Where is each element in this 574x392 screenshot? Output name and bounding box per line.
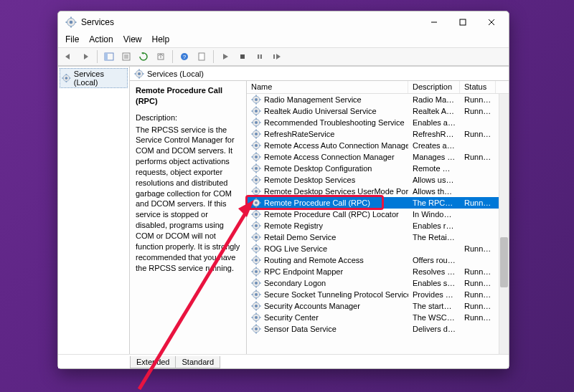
service-icon: [251, 175, 261, 185]
cell-description: The WSCSVC...: [408, 313, 460, 322]
cell-description: Realtek Audi...: [408, 107, 460, 115]
table-row[interactable]: Remote Desktop ServicesAllows users ...: [247, 174, 509, 186]
service-name: RefreshRateService: [264, 130, 334, 138]
service-icon: [251, 118, 261, 128]
cell-name: Remote Registry: [247, 221, 408, 231]
cell-status: Running: [460, 153, 496, 161]
service-name: Remote Access Auto Connection Manager: [264, 141, 408, 150]
service-icon: [251, 244, 261, 254]
table-row[interactable]: Routing and Remote AccessOffers routi...: [247, 254, 509, 266]
show-hide-button[interactable]: [102, 49, 116, 64]
col-header-status[interactable]: Status: [460, 81, 496, 93]
cell-description: In Windows ...: [408, 210, 460, 219]
cell-description: Creates a co...: [408, 141, 460, 150]
service-icon: [251, 255, 261, 265]
menubar: File Action View Help: [58, 33, 509, 47]
service-icon: [251, 232, 261, 242]
tab-extended[interactable]: Extended: [130, 356, 176, 368]
sheet-button[interactable]: [194, 49, 209, 64]
menu-file[interactable]: File: [61, 33, 83, 47]
back-button[interactable]: [61, 49, 75, 64]
window-title: Services: [81, 17, 114, 27]
table-row[interactable]: Retail Demo ServiceThe Retail D...: [247, 231, 509, 243]
cell-description: The startup ...: [408, 302, 460, 310]
export-button[interactable]: [154, 49, 168, 64]
cell-name: Remote Desktop Services: [247, 175, 408, 185]
properties-button[interactable]: [119, 49, 133, 64]
table-row[interactable]: Recommended Troubleshooting ServiceEnabl…: [247, 117, 509, 128]
table-row[interactable]: RefreshRateServiceRefreshRat...Running: [247, 128, 509, 140]
cell-name: ROG Live Service: [247, 244, 408, 254]
table-row[interactable]: Remote Procedure Call (RPC) LocatorIn Wi…: [247, 209, 509, 220]
maximize-button[interactable]: [448, 12, 477, 32]
cell-status: Running: [460, 95, 496, 104]
detail-title: Remote Procedure Call (RPC): [136, 85, 240, 107]
table-row[interactable]: Remote Procedure Call (RPC)The RPCSS s..…: [247, 197, 509, 209]
close-icon: [488, 19, 495, 26]
menu-help[interactable]: Help: [148, 33, 174, 47]
table-row[interactable]: Radio Management ServiceRadio Mana...Run…: [247, 94, 509, 105]
export-icon: [156, 52, 165, 61]
pause-service-button[interactable]: [253, 49, 267, 64]
vertical-scrollbar[interactable]: [499, 94, 509, 354]
table-row[interactable]: RPC Endpoint MapperResolves RP...Running: [247, 266, 509, 277]
pause-icon: [256, 53, 263, 60]
service-name: Remote Registry: [264, 221, 323, 230]
stop-service-button[interactable]: [235, 49, 250, 64]
menu-view[interactable]: View: [119, 33, 146, 47]
titlebar[interactable]: Services: [58, 11, 509, 33]
close-button[interactable]: [477, 12, 506, 32]
start-service-button[interactable]: [218, 49, 232, 64]
cell-status: Running: [460, 107, 496, 115]
scroll-thumb[interactable]: [500, 237, 508, 287]
service-icon: [251, 152, 261, 162]
cell-description: Enables aut...: [408, 118, 460, 127]
bottom-tabs: Extended Standard: [58, 354, 509, 368]
table-row[interactable]: Secondary LogonEnables start...Running: [247, 277, 509, 289]
service-name: Secure Socket Tunneling Protocol Service: [264, 290, 408, 299]
tree-root-label: Services (Local): [74, 70, 126, 87]
refresh-button[interactable]: [136, 49, 151, 64]
pane-header: Services (Local): [130, 67, 509, 81]
column-headers: Name Description Status: [247, 81, 509, 94]
cell-name: Secure Socket Tunneling Protocol Service: [247, 290, 408, 300]
table-row[interactable]: Secure Socket Tunneling Protocol Service…: [247, 289, 509, 300]
service-name: Radio Management Service: [264, 95, 362, 104]
restart-service-button[interactable]: [270, 49, 284, 64]
help-icon: ?: [180, 52, 189, 61]
minimize-button[interactable]: [420, 12, 448, 32]
table-row[interactable]: ROG Live ServiceRunning: [247, 243, 509, 254]
col-header-description[interactable]: Description: [408, 81, 460, 93]
table-row[interactable]: Security Accounts ManagerThe startup ...…: [247, 300, 509, 312]
maximize-icon: [459, 19, 466, 26]
col-header-name[interactable]: Name: [247, 81, 408, 93]
service-icon: [251, 312, 261, 322]
service-name: Routing and Remote Access: [264, 256, 364, 264]
menu-action[interactable]: Action: [85, 33, 117, 47]
arrow-left-icon: [64, 53, 72, 60]
table-row[interactable]: Realtek Audio Universal ServiceRealtek A…: [247, 105, 509, 117]
cell-name: Routing and Remote Access: [247, 255, 408, 265]
table-row[interactable]: Security CenterThe WSCSVC...Running: [247, 312, 509, 323]
service-rows[interactable]: Radio Management ServiceRadio Mana...Run…: [247, 94, 509, 354]
detail-desc-label: Description:: [136, 113, 240, 123]
tree-pane[interactable]: Services (Local): [58, 67, 130, 354]
table-row[interactable]: Remote RegistryEnables rem...: [247, 220, 509, 231]
detail-panel: Remote Procedure Call (RPC) Description:…: [130, 81, 247, 354]
cell-description: Delivers dat...: [408, 325, 460, 333]
service-icon: [251, 95, 261, 105]
minimize-icon: [430, 19, 438, 26]
cell-name: Remote Procedure Call (RPC) Locator: [247, 209, 408, 219]
help-button[interactable]: ?: [177, 49, 192, 64]
tab-standard[interactable]: Standard: [176, 356, 220, 368]
service-name: Remote Procedure Call (RPC): [264, 199, 370, 207]
forward-button[interactable]: [78, 49, 93, 64]
table-row[interactable]: Remote Desktop ConfigurationRemote Des..…: [247, 163, 509, 174]
panel-icon: [104, 52, 114, 61]
table-row[interactable]: Remote Desktop Services UserMode Port Re…: [247, 186, 509, 197]
table-row[interactable]: Sensor Data ServiceDelivers dat...: [247, 323, 509, 335]
cell-description: Allows users ...: [408, 176, 460, 184]
tree-root-item[interactable]: Services (Local): [60, 68, 128, 88]
table-row[interactable]: Remote Access Connection ManagerManages …: [247, 151, 509, 163]
table-row[interactable]: Remote Access Auto Connection ManagerCre…: [247, 140, 509, 151]
